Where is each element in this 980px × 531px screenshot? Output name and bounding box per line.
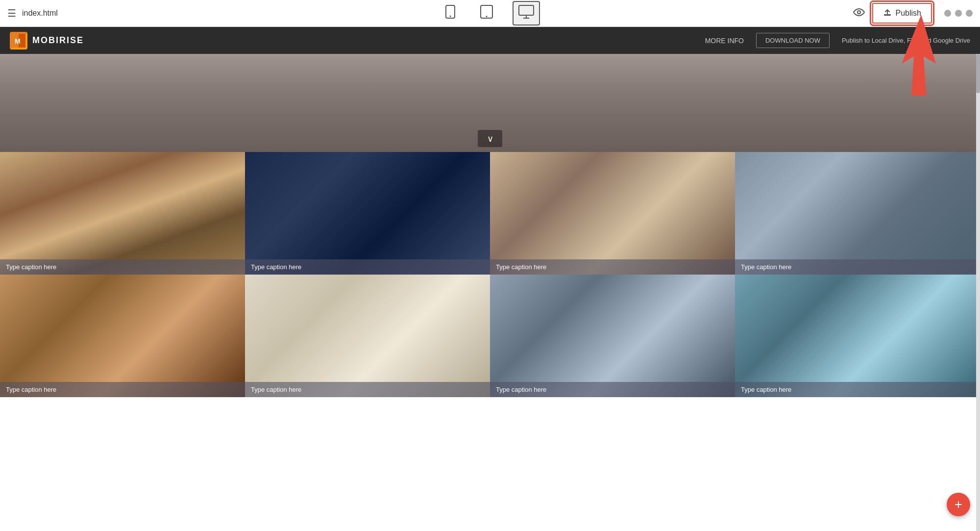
gallery-caption: Type caption here xyxy=(245,259,490,275)
upload-icon xyxy=(883,8,892,19)
logo-icon: M xyxy=(10,32,27,50)
gallery-item[interactable]: Type caption here xyxy=(0,275,245,397)
scrollbar[interactable] xyxy=(976,54,980,531)
close-button[interactable] xyxy=(966,10,973,17)
gallery-caption: Type caption here xyxy=(735,382,980,397)
scrollbar-thumb[interactable] xyxy=(976,54,980,93)
gallery-item[interactable]: Type caption here xyxy=(735,275,980,397)
gallery-image xyxy=(490,275,735,397)
filename-label: index.html xyxy=(22,9,58,18)
gallery-item[interactable]: Type caption here xyxy=(490,275,735,397)
nav-right: MORE INFO DOWNLOAD NOW Publish to Local … xyxy=(705,33,970,48)
gallery-caption: Type caption here xyxy=(490,382,735,397)
mobile-view-icon[interactable] xyxy=(440,2,461,25)
gallery-grid: Type caption hereType caption hereType c… xyxy=(0,152,980,397)
add-button[interactable]: + xyxy=(947,493,970,516)
svg-rect-4 xyxy=(519,5,534,15)
gallery-image xyxy=(735,275,980,397)
desktop-view-icon[interactable] xyxy=(513,1,540,25)
svg-rect-8 xyxy=(884,14,891,16)
publish-info-text: Publish to Local Drive, FTP and Google D… xyxy=(842,37,970,44)
gallery-item[interactable]: Type caption here xyxy=(245,275,490,397)
device-switcher xyxy=(440,1,540,25)
hamburger-icon[interactable]: ☰ xyxy=(7,7,16,19)
gallery-caption: Type caption here xyxy=(0,382,245,397)
gallery-image xyxy=(490,152,735,275)
window-controls xyxy=(944,10,973,17)
title-bar: ☰ index.html xyxy=(0,0,980,27)
gallery-image xyxy=(245,152,490,275)
gallery-item[interactable]: Type caption here xyxy=(735,152,980,275)
svg-point-3 xyxy=(486,16,488,17)
gallery-image xyxy=(0,275,245,397)
minimize-button[interactable] xyxy=(944,10,951,17)
tablet-view-icon[interactable] xyxy=(475,2,498,25)
gallery-caption: Type caption here xyxy=(0,259,245,275)
svg-point-1 xyxy=(450,16,451,17)
gallery-image xyxy=(0,152,245,275)
chevron-down-icon: ∨ xyxy=(487,133,493,144)
hero-section: ∨ xyxy=(0,54,980,152)
svg-point-7 xyxy=(858,11,860,14)
title-bar-left: ☰ index.html xyxy=(7,7,58,19)
gallery-caption: Type caption here xyxy=(245,382,490,397)
gallery-caption: Type caption here xyxy=(490,259,735,275)
title-bar-right: Publish xyxy=(853,3,973,24)
gallery-item[interactable]: Type caption here xyxy=(245,152,490,275)
svg-text:M: M xyxy=(15,37,21,45)
gallery-item[interactable]: Type caption here xyxy=(490,152,735,275)
publish-label: Publish xyxy=(896,9,921,18)
gallery-image xyxy=(735,152,980,275)
app-nav: M MOBIRISE MORE INFO DOWNLOAD NOW Publis… xyxy=(0,27,980,54)
maximize-button[interactable] xyxy=(955,10,962,17)
gallery-image xyxy=(245,275,490,397)
publish-button[interactable]: Publish xyxy=(872,3,932,24)
download-button[interactable]: DOWNLOAD NOW xyxy=(756,33,830,48)
gallery-item[interactable]: Type caption here xyxy=(0,152,245,275)
more-info-link[interactable]: MORE INFO xyxy=(705,37,744,45)
logo-text: MOBIRISE xyxy=(32,35,84,46)
logo: M MOBIRISE xyxy=(10,32,84,50)
scroll-down-button[interactable]: ∨ xyxy=(478,130,502,147)
gallery-caption: Type caption here xyxy=(735,259,980,275)
preview-icon[interactable] xyxy=(853,8,865,19)
